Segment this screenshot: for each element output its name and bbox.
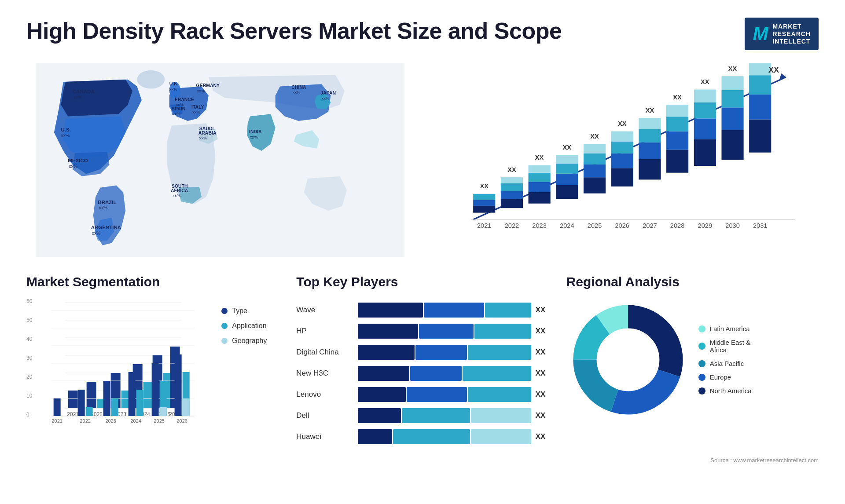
legend-application-dot — [221, 323, 228, 329]
svg-text:2029: 2029 — [698, 223, 713, 230]
logo-container: M MARKET RESEARCH INTELLECT — [745, 18, 819, 50]
svg-rect-58 — [556, 155, 578, 164]
player-bar-wave — [358, 303, 531, 318]
svg-text:BRAZIL: BRAZIL — [98, 200, 116, 205]
svg-text:xx%: xx% — [69, 164, 77, 169]
legend-mea: Middle East &Africa — [698, 339, 752, 354]
player-bar-seg-1 — [358, 429, 392, 444]
player-bar-seg-1 — [358, 366, 409, 381]
segmentation-title: Market Segmentation — [26, 274, 279, 289]
player-name-dc: Digital China — [296, 348, 353, 357]
player-bar-dell — [358, 408, 531, 423]
svg-rect-80 — [666, 131, 688, 150]
svg-rect-63 — [584, 153, 606, 164]
player-bar-seg-3 — [471, 429, 531, 444]
legend-latin-america: Latin America — [698, 325, 752, 332]
svg-text:2026: 2026 — [615, 223, 629, 230]
player-row-huawei: Huawei XX — [296, 429, 548, 444]
svg-text:CANADA: CANADA — [73, 89, 95, 94]
svg-rect-144 — [136, 390, 143, 416]
legend-type: Type — [221, 307, 279, 315]
player-row-dell: Dell XX — [296, 408, 548, 423]
svg-rect-61 — [584, 178, 606, 194]
legend-latin-dot — [698, 325, 705, 332]
svg-text:2023: 2023 — [532, 223, 547, 230]
player-bar-seg-1 — [358, 387, 406, 402]
svg-text:ITALY: ITALY — [191, 105, 204, 110]
source-text: Source : www.marketresearchintellect.com — [26, 457, 819, 464]
svg-text:2022: 2022 — [80, 418, 90, 424]
svg-text:2022: 2022 — [505, 223, 519, 230]
svg-text:xx%: xx% — [92, 231, 101, 236]
player-bar-dc — [358, 345, 531, 360]
player-bar-hp — [358, 324, 531, 339]
svg-rect-67 — [611, 168, 633, 187]
map-section: CANADA xx% U.S. xx% MEXICO xx% BRAZIL xx… — [26, 63, 414, 257]
seg-chart-area: 0 10 20 30 40 50 60 — [26, 298, 208, 431]
svg-rect-76 — [639, 118, 661, 129]
svg-text:2026: 2026 — [176, 418, 187, 424]
player-bar-seg-3 — [471, 408, 531, 423]
legend-geography-label: Geography — [232, 337, 267, 345]
player-row-h3c: New H3C XX — [296, 366, 548, 381]
player-bar-seg-3 — [468, 387, 531, 402]
legend-north-america: North America — [698, 387, 752, 394]
player-xx-lenovo: XX — [536, 390, 549, 399]
logo-letter: M — [753, 23, 768, 44]
svg-text:xx%: xx% — [192, 110, 200, 115]
legend-geography: Geography — [221, 337, 279, 345]
bar-chart-section: XX 2021 XX 2022 XX — [431, 63, 819, 257]
legend-latin-text: Latin America — [710, 325, 750, 332]
svg-rect-39 — [473, 200, 495, 206]
svg-text:xx%: xx% — [173, 193, 180, 198]
svg-rect-44 — [501, 191, 523, 199]
svg-rect-49 — [529, 192, 551, 204]
svg-rect-69 — [611, 142, 633, 153]
bar-chart-wrapper: XX 2021 XX 2022 XX — [431, 63, 819, 257]
svg-rect-79 — [666, 150, 688, 173]
player-bar-seg-2 — [407, 387, 467, 402]
player-xx-dc: XX — [536, 348, 549, 357]
seg-chart-svg-2: 2021 2022 2023 — [26, 306, 208, 429]
svg-text:XX: XX — [535, 154, 544, 161]
svg-text:xx%: xx% — [61, 133, 70, 138]
chart-top-label: XX — [768, 66, 779, 75]
svg-rect-140 — [103, 381, 110, 416]
svg-text:ARABIA: ARABIA — [198, 131, 217, 136]
svg-text:XX: XX — [728, 65, 737, 72]
svg-text:U.S.: U.S. — [61, 127, 71, 132]
svg-rect-68 — [611, 153, 633, 168]
svg-text:2027: 2027 — [643, 223, 657, 230]
svg-rect-86 — [694, 119, 716, 139]
player-bar-seg-2 — [415, 345, 467, 360]
player-bar-seg-3 — [468, 345, 531, 360]
svg-rect-57 — [556, 164, 578, 174]
svg-rect-99 — [749, 76, 771, 95]
svg-text:2021: 2021 — [477, 223, 492, 230]
svg-text:xx%: xx% — [197, 88, 205, 93]
svg-text:INDIA: INDIA — [249, 130, 262, 135]
svg-text:FRANCE: FRANCE — [175, 97, 194, 102]
seg-legend: Type Application Geography — [221, 298, 279, 345]
player-bar-lenovo — [358, 387, 531, 402]
legend-type-label: Type — [232, 307, 247, 315]
main-grid: CANADA xx% U.S. xx% MEXICO xx% BRAZIL xx… — [26, 63, 819, 270]
svg-rect-62 — [584, 164, 606, 177]
svg-text:XX: XX — [480, 183, 489, 190]
player-bar-seg-2 — [402, 408, 470, 423]
player-name-huawei: Huawei — [296, 432, 353, 441]
svg-rect-94 — [721, 77, 743, 90]
svg-rect-88 — [694, 90, 716, 102]
page-container: High Density Rack Servers Market Size an… — [0, 0, 845, 504]
svg-rect-70 — [611, 131, 633, 142]
logo-box: M MARKET RESEARCH INTELLECT — [745, 18, 819, 50]
player-xx-h3c: XX — [536, 369, 549, 378]
svg-rect-150 — [175, 354, 182, 416]
svg-rect-135 — [54, 398, 61, 416]
svg-rect-74 — [639, 142, 661, 159]
players-section: Top Key Players Wave XX HP — [296, 274, 548, 450]
donut-container: Latin America Middle East &Africa Asia P… — [566, 298, 819, 421]
svg-rect-81 — [666, 117, 688, 131]
legend-mea-text: Middle East &Africa — [710, 339, 751, 354]
player-row-wave: Wave XX — [296, 303, 548, 318]
